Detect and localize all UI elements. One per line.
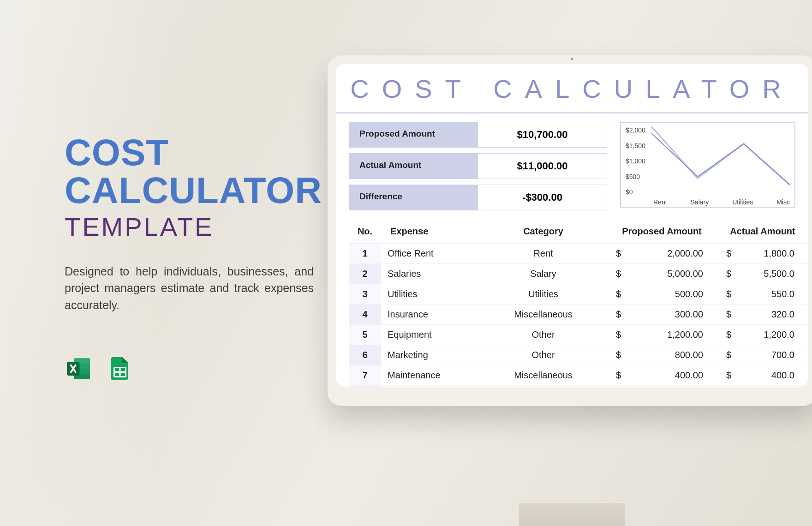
- summary-proposed-value: $10,700.00: [478, 122, 607, 147]
- excel-icon: [65, 355, 92, 383]
- th-proposed: Proposed Amount: [607, 221, 717, 244]
- cell-proposed-symbol: $: [607, 284, 621, 305]
- summary-and-chart-row: Proposed Amount $10,700.00 Actual Amount…: [336, 122, 808, 214]
- cell-actual: 320.0: [731, 305, 808, 325]
- promo-subtitle: TEMPLATE: [65, 212, 314, 242]
- summary-actual-label: Actual Amount: [349, 154, 478, 179]
- th-no: No.: [349, 221, 381, 244]
- summary-difference-value: -$300.00: [478, 185, 607, 210]
- cell-proposed-symbol: $: [607, 325, 621, 345]
- cell-proposed-symbol: $: [607, 264, 621, 284]
- cell-category: Supplies & Licenses: [480, 386, 607, 387]
- summary-actual-value: $11,000.00: [478, 154, 607, 179]
- table-row: 6MarketingOther$800.00$700.0: [349, 345, 808, 365]
- cell-category: Miscellaneous: [480, 365, 607, 386]
- table-row: 5EquipmentOther$1,200.00$1,200.0: [349, 325, 808, 345]
- cell-category: Rent: [480, 244, 607, 264]
- cell-category: Utilities: [480, 284, 607, 305]
- cell-actual-symbol: $: [717, 305, 731, 325]
- app-title: COST CALCULATOR: [336, 64, 808, 110]
- cell-category: Miscellaneous: [480, 305, 607, 325]
- expense-table-wrap: No. Expense Category Proposed Amount Act…: [336, 214, 808, 387]
- chart-x-labels: Rent Salary Utilities Misc: [653, 198, 790, 206]
- cell-no: 5: [349, 325, 381, 345]
- cell-proposed: 300.00: [621, 305, 717, 325]
- cell-expense: Office Rent: [381, 244, 480, 264]
- cell-actual-symbol: $: [717, 325, 731, 345]
- xtick: Misc: [776, 198, 790, 206]
- table-row: 4InsuranceMiscellaneous$300.00$320.0: [349, 305, 808, 325]
- cell-actual: 180.0: [731, 386, 808, 387]
- promo-description: Designed to help individuals, businesses…: [65, 263, 314, 313]
- cell-actual: 550.0: [731, 284, 808, 305]
- monitor-stand: [519, 503, 625, 526]
- summary-difference-label: Difference: [349, 185, 478, 210]
- xtick: Salary: [691, 198, 709, 206]
- cell-proposed: 400.00: [621, 365, 717, 386]
- table-header-row: No. Expense Category Proposed Amount Act…: [349, 221, 808, 244]
- title-divider: [336, 112, 808, 114]
- cell-no: 8: [349, 386, 381, 387]
- expense-chart: $2,000 $1,500 $1,000 $500 $0 Rent Salary…: [620, 122, 795, 208]
- cell-expense: Utilities: [381, 284, 480, 305]
- summary-difference: Difference -$300.00: [349, 185, 607, 210]
- cell-expense: Insurance: [381, 305, 480, 325]
- cell-proposed: 5,000.00: [621, 264, 717, 284]
- table-row: 1Office RentRent$2,000.00$1,800.0: [349, 244, 808, 264]
- app-screen: COST CALCULATOR Proposed Amount $10,700.…: [336, 64, 808, 387]
- ytick: $0: [626, 188, 645, 196]
- cell-no: 2: [349, 264, 381, 284]
- cell-proposed: 500.00: [621, 284, 717, 305]
- cell-actual-symbol: $: [717, 244, 731, 264]
- cell-proposed: 1,200.00: [621, 325, 717, 345]
- cell-expense: Maintenance: [381, 365, 480, 386]
- cell-proposed-symbol: $: [607, 345, 621, 365]
- table-row: 7MaintenanceMiscellaneous$400.00$400.0: [349, 365, 808, 386]
- cell-no: 3: [349, 284, 381, 305]
- th-actual: Actual Amount: [717, 221, 808, 244]
- summary-actual: Actual Amount $11,000.00: [349, 153, 607, 179]
- promo-title-line-1: COST: [65, 132, 169, 173]
- ytick: $1,500: [626, 142, 645, 149]
- ytick: $500: [626, 173, 645, 180]
- cell-actual-symbol: $: [717, 386, 731, 387]
- cell-expense: Office Supplies: [381, 386, 480, 387]
- promo-title-line-2: CALCULATOR: [65, 170, 322, 211]
- cell-actual: 700.0: [731, 345, 808, 365]
- monitor-frame: COST CALCULATOR Proposed Amount $10,700.…: [328, 55, 812, 406]
- th-category: Category: [480, 221, 607, 244]
- google-sheets-icon: [106, 355, 134, 383]
- cell-proposed-symbol: $: [607, 386, 621, 387]
- promo-left-pane: COST CALCULATOR TEMPLATE Designed to hel…: [65, 134, 314, 383]
- table-row: 3UtilitiesUtilities$500.00$550.0: [349, 284, 808, 305]
- cell-actual: 1,200.0: [731, 325, 808, 345]
- cell-actual: 5,500.0: [731, 264, 808, 284]
- summary-proposed: Proposed Amount $10,700.00: [349, 122, 607, 148]
- table-row: 8Office SuppliesSupplies & Licenses$200.…: [349, 386, 808, 387]
- cell-category: Other: [480, 345, 607, 365]
- ytick: $2,000: [626, 126, 645, 134]
- monitor-mockup: COST CALCULATOR Proposed Amount $10,700.…: [328, 55, 812, 517]
- cell-no: 7: [349, 365, 381, 386]
- cell-category: Other: [480, 325, 607, 345]
- chart-y-labels: $2,000 $1,500 $1,000 $500 $0: [626, 126, 645, 196]
- cell-actual: 400.0: [731, 365, 808, 386]
- cell-proposed-symbol: $: [607, 365, 621, 386]
- cell-expense: Salaries: [381, 264, 480, 284]
- cell-no: 4: [349, 305, 381, 325]
- cell-no: 6: [349, 345, 381, 365]
- xtick: Utilities: [732, 198, 753, 206]
- chart-svg: [651, 126, 790, 196]
- format-icons-row: [65, 355, 314, 383]
- xtick: Rent: [653, 198, 667, 206]
- cell-no: 1: [349, 244, 381, 264]
- cell-proposed: 2,000.00: [621, 244, 717, 264]
- cell-proposed: 800.00: [621, 345, 717, 365]
- cell-proposed-symbol: $: [607, 244, 621, 264]
- cell-expense: Equipment: [381, 325, 480, 345]
- ytick: $1,000: [626, 157, 645, 165]
- summary-proposed-label: Proposed Amount: [349, 122, 478, 147]
- table-row: 2SalariesSalary$5,000.00$5,500.0: [349, 264, 808, 284]
- cell-proposed: 200.00: [621, 386, 717, 387]
- cell-expense: Marketing: [381, 345, 480, 365]
